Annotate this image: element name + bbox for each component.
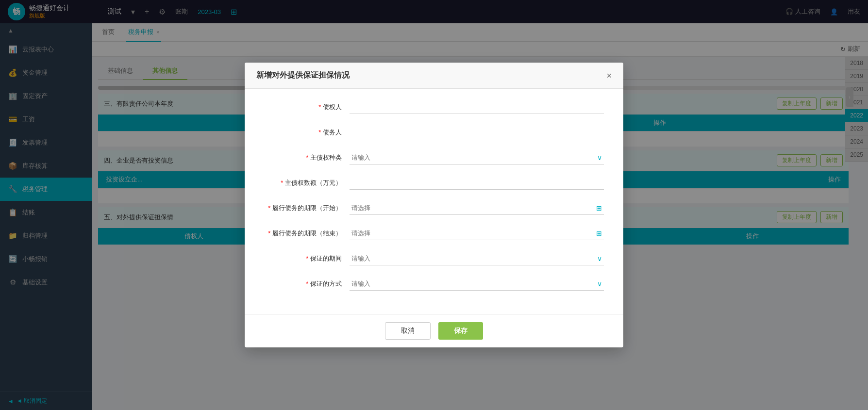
claim-amount-label: * 主债权数额（万元） bbox=[264, 179, 342, 187]
form-row-guarantee-period: * 保证的期间 ∨ bbox=[264, 252, 604, 265]
form-row-claim-amount: * 主债权数额（万元） bbox=[264, 176, 604, 190]
debtor-label: * 债务人 bbox=[264, 128, 342, 137]
period-end-label: * 履行债务的期限（结束） bbox=[264, 229, 342, 238]
save-button[interactable]: 保存 bbox=[438, 322, 483, 340]
modal-title: 新增对外提供保证担保情况 bbox=[256, 70, 350, 81]
period-end-date-wrapper: ⊞ bbox=[350, 227, 604, 240]
claim-type-select-wrapper: ∨ bbox=[350, 151, 604, 164]
guarantee-period-label: * 保证的期间 bbox=[264, 254, 342, 263]
form-row-creditor: * 债权人 bbox=[264, 100, 604, 114]
claim-type-input[interactable] bbox=[350, 151, 595, 164]
form-row-debtor: * 债务人 bbox=[264, 126, 604, 139]
modal-close-button[interactable]: × bbox=[606, 71, 612, 80]
guarantee-period-dropdown-icon[interactable]: ∨ bbox=[595, 255, 604, 262]
form-row-period-end: * 履行债务的期限（结束） ⊞ bbox=[264, 227, 604, 240]
debtor-input[interactable] bbox=[350, 126, 604, 139]
form-row-period-start: * 履行债务的期限（开始） ⊞ bbox=[264, 201, 604, 215]
modal-body: * 债权人 * 债务人 * 主债权种类 bbox=[245, 89, 623, 314]
period-start-calendar-icon[interactable]: ⊞ bbox=[594, 204, 604, 212]
claim-type-label: * 主债权种类 bbox=[264, 153, 342, 162]
modal-header: 新增对外提供保证担保情况 × bbox=[245, 63, 623, 89]
guarantee-method-input[interactable] bbox=[350, 277, 595, 290]
creditor-label: * 债权人 bbox=[264, 103, 342, 112]
cancel-button[interactable]: 取消 bbox=[385, 322, 431, 340]
guarantee-method-dropdown-icon[interactable]: ∨ bbox=[595, 280, 604, 288]
guarantee-period-select-wrapper: ∨ bbox=[350, 252, 604, 265]
modal-overlay: 新增对外提供保证担保情况 × * 债权人 * 债务人 bbox=[0, 0, 868, 410]
period-end-input[interactable] bbox=[350, 227, 594, 240]
period-start-date-wrapper: ⊞ bbox=[350, 201, 604, 215]
modal-footer: 取消 保存 bbox=[245, 314, 623, 347]
claim-type-dropdown-icon[interactable]: ∨ bbox=[595, 154, 604, 162]
form-row-claim-type: * 主债权种类 ∨ bbox=[264, 151, 604, 164]
period-start-input[interactable] bbox=[350, 201, 594, 214]
guarantee-method-label: * 保证的方式 bbox=[264, 279, 342, 288]
claim-amount-input[interactable] bbox=[350, 176, 604, 190]
modal-dialog: 新增对外提供保证担保情况 × * 债权人 * 债务人 bbox=[245, 63, 623, 347]
form-row-guarantee-method: * 保证的方式 ∨ bbox=[264, 277, 604, 291]
period-end-calendar-icon[interactable]: ⊞ bbox=[594, 230, 604, 237]
guarantee-method-select-wrapper: ∨ bbox=[350, 277, 604, 291]
period-start-label: * 履行债务的期限（开始） bbox=[264, 204, 342, 213]
guarantee-period-input[interactable] bbox=[350, 252, 595, 265]
creditor-input[interactable] bbox=[350, 100, 604, 114]
